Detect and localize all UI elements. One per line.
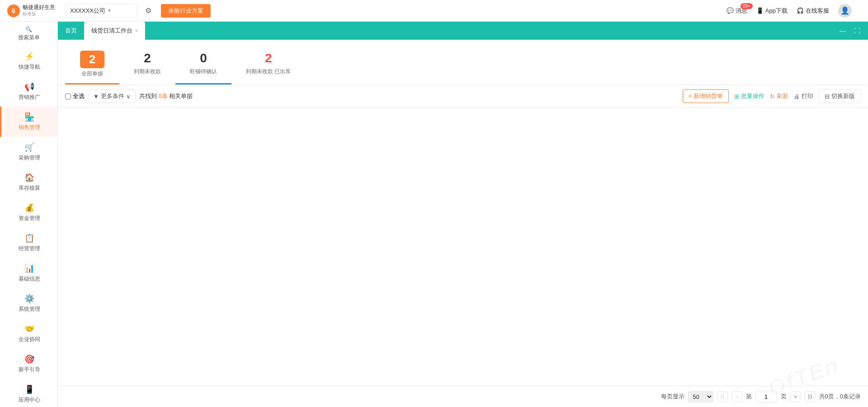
message-button[interactable]: 💬 消息 99+ <box>726 7 747 15</box>
quick-nav-icon: ⚡ <box>24 51 34 61</box>
filter-label: 更多条件 <box>101 92 124 100</box>
page-number-input[interactable] <box>755 391 777 402</box>
tab-bar-actions: — ⛶ <box>837 25 868 36</box>
tab-workbench-label: 钱货日清工作台 <box>91 27 132 35</box>
add-sales-order-button[interactable]: + 新增销货单 <box>683 89 729 103</box>
sidebar-item-label: 应用中心 <box>19 396 40 404</box>
switch-version-button[interactable]: ⊟ 切换新版 <box>819 89 861 103</box>
logo-area: 6 畅捷通好生意 标准版 <box>7 4 65 18</box>
batch-icon: ⊞ <box>734 93 739 100</box>
app-download-label: App下载 <box>765 7 788 15</box>
switch-icon: ⊟ <box>825 93 830 100</box>
tab-minimize-button[interactable]: — <box>837 25 848 36</box>
online-service-label: 在线客服 <box>806 7 829 15</box>
sidebar-item-label: 营销推广 <box>19 94 40 101</box>
last-page-button[interactable]: ⟩⟩ <box>805 391 816 402</box>
per-page-select[interactable]: 50 20 100 <box>688 391 713 402</box>
print-icon: 🖨 <box>794 93 800 100</box>
logo-badge: 标准版 <box>23 11 55 17</box>
logo-icon: 6 <box>7 5 20 17</box>
print-label: 打印 <box>802 92 813 100</box>
select-all-input[interactable] <box>65 94 71 99</box>
sidebar-item-label: 基础信息 <box>19 275 40 283</box>
sidebar-item-finance[interactable]: 💰 资金管理 <box>0 197 57 228</box>
basic-info-icon: 📊 <box>24 263 34 273</box>
table-area <box>58 108 868 386</box>
stat-tab-overdue[interactable]: 2 到期未收款 <box>119 47 175 84</box>
stat-tab-all[interactable]: 2 全部单据 <box>65 47 119 84</box>
tab-home-label: 首页 <box>65 27 77 35</box>
sidebar: 🔍 搜索菜单 ⚡ 快捷导航 📢 营销推广 🏪 销售管理 🛒 采购管理 🏠 库存核… <box>0 22 58 407</box>
sales-icon: 🏪 <box>24 112 34 122</box>
stat-all-label: 全部单据 <box>81 70 103 78</box>
stat-overdue-out-number: 2 <box>265 51 272 66</box>
sidebar-item-operation[interactable]: 📋 经营管理 <box>0 228 57 258</box>
sidebar-item-sales[interactable]: 🏪 销售管理 <box>0 107 57 137</box>
toolbar-right: + 新增销货单 ⊞ 批量操作 ↻ 刷新 🖨 打印 ⊟ <box>683 89 861 103</box>
refresh-icon: ↻ <box>770 93 775 100</box>
select-all-checkbox[interactable]: 全选 <box>65 92 85 100</box>
filter-icon: ▼ <box>93 93 99 100</box>
filter-button[interactable]: ▼ 更多条件 ∨ <box>88 89 136 103</box>
sidebar-item-quick-nav[interactable]: ⚡ 快捷导航 <box>0 46 57 76</box>
switch-label: 切换新版 <box>831 92 855 100</box>
sidebar-item-cooperation[interactable]: 🤝 企业协同 <box>0 318 57 349</box>
total-text: 共0页，0条记录 <box>819 393 861 401</box>
sidebar-item-system[interactable]: ⚙️ 系统管理 <box>0 288 57 318</box>
logo-title: 畅捷通好生意 <box>23 4 55 11</box>
result-prefix: 共找到 <box>139 93 157 99</box>
sidebar-item-label: 企业协同 <box>19 336 40 343</box>
sidebar-search-btn[interactable]: 🔍 搜索菜单 <box>0 22 57 46</box>
next-page-button[interactable]: ＞ <box>790 391 801 402</box>
tab-workbench[interactable]: 钱货日清工作台 × <box>84 22 145 40</box>
stat-pending-label: 旺铺待确认 <box>190 68 217 75</box>
prev-page-button[interactable]: ＜ <box>731 391 742 402</box>
batch-operation-button[interactable]: ⊞ 批量操作 <box>734 92 764 100</box>
sidebar-item-inventory[interactable]: 🏠 库存核算 <box>0 167 57 197</box>
company-selector[interactable]: XXXXXX公司 ▼ <box>65 4 137 18</box>
stat-all-number: 2 <box>89 52 95 66</box>
try-industry-button[interactable]: 体验行业方案 <box>161 4 211 18</box>
top-header: 6 畅捷通好生意 标准版 XXXXXX公司 ▼ ⚙ 体验行业方案 💬 消息 99… <box>0 0 868 22</box>
sidebar-item-marketing[interactable]: 📢 营销推广 <box>0 76 57 107</box>
sidebar-item-label: 采购管理 <box>19 154 40 162</box>
settings-button[interactable]: ⚙ <box>141 4 156 18</box>
pagination: 每页显示 50 20 100 ⟨⟨ ＜ 第 页 ＞ ⟩⟩ 共0页，0条记录 <box>58 386 868 407</box>
result-count: 0条 <box>159 93 168 99</box>
tab-maximize-button[interactable]: ⛶ <box>852 25 863 36</box>
finance-icon: 💰 <box>24 203 34 213</box>
sidebar-item-guide[interactable]: 🎯 新手引导 <box>0 349 57 379</box>
sidebar-item-purchase[interactable]: 🛒 采购管理 <box>0 137 57 167</box>
avatar[interactable]: 👤 <box>838 4 852 18</box>
stat-overdue-label: 到期未收款 <box>134 68 161 75</box>
page-label: 第 <box>746 393 752 401</box>
sidebar-item-label: 系统管理 <box>19 305 40 313</box>
purchase-icon: 🛒 <box>24 142 34 152</box>
operation-icon: 📋 <box>24 233 34 243</box>
sidebar-item-basic-info[interactable]: 📊 基础信息 <box>0 258 57 288</box>
sidebar-item-label: 经营管理 <box>19 245 40 253</box>
page-content: 2 全部单据 2 到期未收款 0 旺铺待确认 2 到期未收款 已出库 <box>58 40 868 407</box>
online-service-button[interactable]: 🎧 在线客服 <box>797 7 829 15</box>
batch-label: 批量操作 <box>741 92 764 100</box>
first-page-button[interactable]: ⟨⟨ <box>717 391 728 402</box>
per-page-label: 每页显示 <box>661 393 684 401</box>
sidebar-item-label: 库存核算 <box>19 184 40 192</box>
stats-tabs: 2 全部单据 2 到期未收款 0 旺铺待确认 2 到期未收款 已出库 <box>58 40 868 85</box>
filter-dropdown-icon: ∨ <box>126 93 131 100</box>
tab-close-icon[interactable]: × <box>135 28 138 33</box>
tab-home[interactable]: 首页 <box>58 22 84 40</box>
sidebar-item-label: 新手引导 <box>19 366 40 374</box>
stat-tab-overdue-out[interactable]: 2 到期未收款 已出库 <box>231 47 305 84</box>
stat-overdue-number: 2 <box>144 51 151 66</box>
refresh-button[interactable]: ↻ 刷新 <box>770 92 788 100</box>
stat-tab-pending[interactable]: 0 旺铺待确认 <box>175 47 231 84</box>
page-label-2: 页 <box>781 393 787 401</box>
cooperation-icon: 🤝 <box>24 324 34 334</box>
message-icon: 💬 <box>726 7 734 14</box>
avatar-icon: 👤 <box>840 6 849 15</box>
app-download-button[interactable]: 📱 App下载 <box>756 7 788 15</box>
sidebar-item-app-center[interactable]: 📱 应用中心 <box>0 379 57 407</box>
print-button[interactable]: 🖨 打印 <box>794 92 813 100</box>
sidebar-item-label: 销售管理 <box>19 124 40 131</box>
